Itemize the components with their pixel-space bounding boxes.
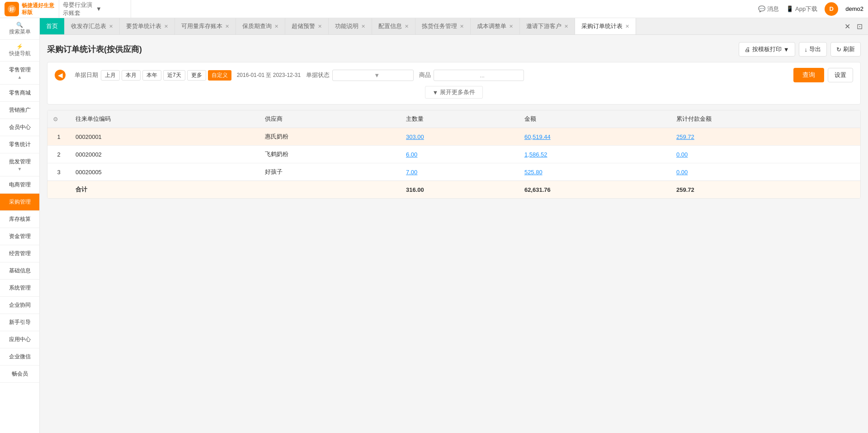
app-download-btn[interactable]: 📱 App下载 [786, 5, 817, 13]
row-index: 2 [47, 146, 70, 163]
date-btn-custom[interactable]: 自定义 [208, 70, 231, 81]
tab-receive-send[interactable]: 收发存汇总表 ✕ [65, 18, 120, 34]
sidebar-item-wholesale-mgmt[interactable]: 批发管理 ▼ [0, 153, 39, 176]
tab-purchase-order-stats[interactable]: 采购订单统计表 ✕ [575, 18, 636, 34]
tab-maximize-btn[interactable]: ⊡ [855, 21, 864, 32]
date-btn-more[interactable]: 更多 [187, 70, 206, 81]
tab-close-icon[interactable]: ✕ [509, 24, 513, 29]
sidebar-item-fund-mgmt[interactable]: 资金管理 [0, 228, 39, 245]
unit-code: 00020002 [70, 146, 259, 163]
sidebar-item-new-guide[interactable]: 新手引导 [0, 314, 39, 331]
top-bar: 好 畅捷通好生意 标版 母婴行业演示账套 ▼ 💬 消息 📱 App下载 D de… [0, 0, 868, 18]
tab-home-label: 首页 [46, 22, 58, 30]
sidebar-item-retail-stats[interactable]: 零售统计 [0, 136, 39, 153]
filter-goods-item: 商品 ... [419, 70, 524, 81]
tab-config-info[interactable]: 配置信息 ✕ [372, 18, 415, 34]
settings-button[interactable]: 设置 [828, 68, 853, 82]
col-amount: 金额 [519, 110, 671, 128]
sidebar-item-member[interactable]: 畅会员 [0, 366, 39, 383]
filter-panel: ◀ 单据日期 上月 本月 本年 近7天 更多 自定义 2016-0 [47, 62, 861, 105]
workspace-selector[interactable]: 母婴行业演示账套 ▼ [59, 0, 131, 19]
unit-code: 00020001 [70, 128, 259, 146]
sidebar-search[interactable]: 🔍 搜索菜单 [0, 18, 39, 40]
workspace-name: 母婴行业演示账套 [63, 1, 94, 17]
amount[interactable]: 1,586.52 [519, 146, 671, 163]
cumulative-paid[interactable]: 259.72 [671, 128, 860, 146]
print-icon: 🖨 [745, 46, 750, 53]
tab-function-desc[interactable]: 功能说明 ✕ [329, 18, 372, 34]
tab-bar: 首页 收发存汇总表 ✕ 要货单统计表 ✕ 可用量库存账本 ✕ 保质期查询 ✕ 超… [40, 18, 868, 35]
col-unit-code: 往来单位编码 [70, 110, 259, 128]
message-icon: 💬 [758, 5, 765, 12]
refresh-icon: ↻ [836, 46, 841, 53]
tab-close-icon[interactable]: ✕ [564, 24, 568, 29]
unit-code: 00020005 [70, 163, 259, 181]
tab-close-icon[interactable]: ✕ [405, 24, 409, 29]
tab-home[interactable]: 首页 [40, 18, 65, 34]
sidebar-item-basic-info[interactable]: 基础信息 [0, 262, 39, 280]
amount[interactable]: 60,519.44 [519, 128, 671, 146]
row-index: 3 [47, 163, 70, 181]
date-btn-this-month[interactable]: 本月 [122, 70, 141, 81]
tab-available-inventory[interactable]: 可用量库存账本 ✕ [175, 18, 236, 34]
tab-close-icon[interactable]: ✕ [109, 24, 113, 29]
goods-input[interactable]: ... [434, 70, 524, 81]
sidebar-item-enterprise-collab[interactable]: 企业协同 [0, 297, 39, 314]
tab-close-icon[interactable]: ✕ [274, 24, 278, 29]
sidebar-item-sys-mgmt[interactable]: 系统管理 [0, 280, 39, 297]
sidebar-item-purchase-mgmt[interactable]: 采购管理 [0, 194, 39, 211]
avatar[interactable]: D [825, 2, 838, 16]
sidebar-item-retail-mgmt[interactable]: 零售管理 ▲ [0, 62, 39, 85]
table-row: 2 00020002 飞鹤奶粉 6.00 1,586.52 0.00 [47, 146, 860, 163]
status-label: 单据状态 [306, 71, 330, 79]
collapse-btn[interactable]: ◀ [55, 70, 66, 81]
amount[interactable]: 525.80 [519, 163, 671, 181]
tab-cost-adjust[interactable]: 成本调整单 ✕ [471, 18, 520, 34]
refresh-button[interactable]: ↻ 刷新 [830, 42, 861, 57]
expand-conditions-btn[interactable]: ▼ 展开更多条件 [425, 86, 483, 99]
expand-row: ▼ 展开更多条件 [55, 86, 853, 99]
tab-overstock-warning[interactable]: 超储预警 ✕ [285, 18, 329, 34]
date-btn-this-year[interactable]: 本年 [142, 70, 161, 81]
cumulative-paid[interactable]: 0.00 [671, 146, 860, 163]
status-select[interactable]: ▼ [332, 70, 414, 81]
tab-pick-task[interactable]: 拣货任务管理 ✕ [415, 18, 471, 34]
page-actions: 🖨 按模板打印 ▼ ↓ 导出 ↻ 刷新 [739, 42, 861, 57]
tab-shelf-life[interactable]: 保质期查询 ✕ [236, 18, 285, 34]
tab-close-icon[interactable]: ✕ [460, 24, 464, 29]
chevron-down-icon: ▼ [18, 167, 22, 171]
sidebar-item-app-center[interactable]: 应用中心 [0, 331, 39, 348]
sidebar-item-marketing[interactable]: 营销推广 [0, 102, 39, 119]
tab-close-icon[interactable]: ✕ [318, 24, 322, 29]
main-qty[interactable]: 6.00 [401, 146, 519, 163]
tab-close-icon[interactable]: ✕ [225, 24, 229, 29]
tab-purchase-stats[interactable]: 要货单统计表 ✕ [120, 18, 175, 34]
logo-text: 畅捷通好生意 标版 [22, 2, 54, 15]
message-btn[interactable]: 💬 消息 [758, 5, 779, 13]
table-row: 1 00020001 惠氏奶粉 303.00 60,519.44 259.72 [47, 128, 860, 146]
sidebar-item-ops-mgmt[interactable]: 经营管理 [0, 245, 39, 262]
tab-invite-downstream[interactable]: 邀请下游客户 ✕ [520, 18, 575, 34]
date-btn-last-month[interactable]: 上月 [101, 70, 120, 81]
sidebar-item-member-center[interactable]: 会员中心 [0, 119, 39, 136]
sidebar-item-inventory-check[interactable]: 库存核算 [0, 211, 39, 228]
query-button[interactable]: 查询 [793, 68, 824, 82]
date-btn-7days[interactable]: 近7天 [163, 70, 185, 81]
cumulative-paid[interactable]: 0.00 [671, 163, 860, 181]
tab-close-icon[interactable]: ✕ [361, 24, 365, 29]
tab-close-icon[interactable]: ✕ [625, 24, 629, 29]
settings-icon[interactable]: ⚙ [53, 116, 58, 123]
sidebar-item-ecommerce-mgmt[interactable]: 电商管理 [0, 176, 39, 194]
print-button[interactable]: 🖨 按模板打印 ▼ [739, 42, 795, 57]
workspace-arrow: ▼ [96, 5, 127, 12]
sidebar-item-enterprise-wechat[interactable]: 企业微信 [0, 348, 39, 366]
tab-close-icon[interactable]: ✕ [164, 24, 168, 29]
sidebar-item-retail-shop[interactable]: 零售商城 [0, 85, 39, 102]
app-download-icon: 📱 [786, 5, 793, 12]
export-button[interactable]: ↓ 导出 [799, 42, 827, 57]
tab-close-all-btn[interactable]: ✕ [843, 21, 852, 32]
main-qty[interactable]: 7.00 [401, 163, 519, 181]
filter-date-item: 单据日期 上月 本月 本年 近7天 更多 自定义 [75, 70, 231, 81]
main-qty[interactable]: 303.00 [401, 128, 519, 146]
sidebar-quick-nav[interactable]: ⚡ 快捷导航 [0, 40, 39, 62]
